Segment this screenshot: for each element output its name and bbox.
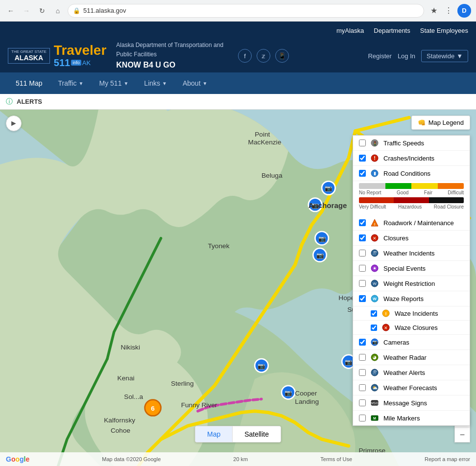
- mile-markers-label[interactable]: Mile Markers: [383, 415, 420, 422]
- message-signs-checkbox[interactable]: [359, 399, 366, 406]
- user-avatar[interactable]: D: [457, 4, 471, 18]
- nav-links[interactable]: Links ▼: [136, 72, 175, 94]
- weather-alerts-label[interactable]: Weather Alerts: [383, 369, 425, 376]
- alaska-badge-line2: ALASKA: [11, 54, 47, 62]
- road-bar-bottom: [359, 197, 464, 203]
- special-events-checkbox[interactable]: [359, 265, 366, 272]
- svg-text:MacKenzie: MacKenzie: [248, 139, 282, 146]
- roadwork-checkbox[interactable]: [359, 219, 366, 226]
- weather-forecasts-label[interactable]: Weather Forecasts: [383, 384, 437, 392]
- bar-hazardous: [394, 197, 428, 203]
- waze-closures-label[interactable]: Waze Closures: [395, 324, 438, 331]
- svg-text:⛅: ⛅: [372, 385, 378, 391]
- waze-reports-label[interactable]: Waze Reports: [383, 295, 424, 303]
- weather-forecasts-checkbox[interactable]: [359, 384, 366, 391]
- top-nav-state-employees[interactable]: State Employees: [420, 27, 468, 34]
- road-conditions-label[interactable]: Road Conditions: [383, 170, 430, 177]
- svg-text:Sterling: Sterling: [171, 380, 193, 387]
- nav-about-caret: ▼: [203, 81, 208, 86]
- road-bar-bottom-labels: Very Difficult Hazardous Road Closure: [359, 204, 464, 210]
- bookmark-button[interactable]: ★: [428, 5, 440, 17]
- map-type-satellite-button[interactable]: Satellite: [233, 426, 281, 442]
- weather-radar-label[interactable]: Weather Radar: [383, 354, 427, 361]
- address-bar[interactable]: 🔒 511.alaska.gov: [68, 4, 424, 18]
- road-condition-bar: No Report Good Fair Difficult Very Diffi…: [353, 181, 470, 215]
- traffic-speeds-checkbox[interactable]: [359, 140, 366, 146]
- traffic-speeds-label[interactable]: Traffic Speeds: [383, 140, 424, 147]
- register-button[interactable]: Register: [368, 52, 391, 60]
- forward-button[interactable]: →: [21, 5, 32, 17]
- waze-reports-checkbox[interactable]: [359, 295, 366, 302]
- alerts-bar: ⓘ ALERTS: [0, 94, 476, 110]
- agency-line2: Public Facilities: [116, 50, 157, 59]
- reload-button[interactable]: ↻: [36, 5, 48, 17]
- closures-checkbox[interactable]: [359, 234, 366, 241]
- home-button[interactable]: ⌂: [52, 5, 64, 17]
- ak-label: AK: [82, 59, 91, 67]
- browser-menu-button[interactable]: ⋮: [443, 5, 454, 17]
- info-badge: info: [71, 60, 81, 66]
- svg-text:Kalfornsky: Kalfornsky: [104, 417, 135, 424]
- svg-text:6: 6: [151, 405, 155, 412]
- logo-area: THE GREAT STATE ALASKA Traveler 511 info…: [8, 44, 106, 69]
- weather-radar-checkbox[interactable]: [359, 354, 366, 361]
- traveler-logo[interactable]: Traveler 511 info AK: [54, 44, 106, 69]
- road-conditions-checkbox[interactable]: [359, 170, 366, 177]
- svg-text:📷: 📷: [258, 362, 265, 370]
- closures-label[interactable]: Closures: [383, 234, 408, 242]
- cameras-label[interactable]: Cameras: [383, 339, 409, 346]
- mile-markers-checkbox[interactable]: [359, 415, 366, 421]
- waze-closures-checkbox[interactable]: [371, 325, 377, 331]
- map-background[interactable]: 📷 📷 📷 📷 📷 📷 📷 📷 📷 📷 ! !: [0, 110, 476, 466]
- map-legend-button[interactable]: 👊 Map Legend: [411, 116, 470, 130]
- nav-traffic[interactable]: Traffic ▼: [50, 72, 91, 94]
- nav-about[interactable]: About ▼: [175, 72, 215, 94]
- zoom-out-button[interactable]: −: [454, 427, 470, 443]
- weather-incidents-label[interactable]: Weather Incidents: [383, 250, 435, 257]
- cameras-checkbox[interactable]: [359, 339, 366, 346]
- waze-incidents-icon: !: [381, 308, 391, 318]
- mobile-icon[interactable]: 📱: [275, 49, 289, 63]
- weather-incidents-checkbox[interactable]: [359, 250, 366, 256]
- legend-item-special-events: ★ Special Events: [353, 261, 470, 276]
- weight-restriction-label[interactable]: Weight Restriction: [383, 280, 435, 287]
- legend-item-weather-alerts: ⛈ Weather Alerts: [353, 365, 470, 380]
- map-type-map-button[interactable]: Map: [195, 426, 233, 442]
- facebook-icon[interactable]: f: [238, 49, 252, 63]
- crashes-checkbox[interactable]: [359, 155, 366, 162]
- top-nav-bar: myAlaska Departments State Employees: [0, 22, 476, 39]
- legend-item-closures: ✕ Closures: [353, 231, 470, 246]
- lock-icon: 🔒: [73, 7, 80, 14]
- svg-text:Sol...a: Sol...a: [124, 393, 143, 400]
- message-signs-label[interactable]: Message Signs: [383, 399, 427, 407]
- browser-chrome: ← → ↻ ⌂ 🔒 511.alaska.gov ★ ⋮ D: [0, 0, 476, 22]
- roadwork-label[interactable]: Roadwork / Maintenance: [383, 219, 454, 227]
- waze-incidents-label[interactable]: Waze Incidents: [395, 310, 438, 317]
- svg-text:Nikiski: Nikiski: [120, 344, 140, 351]
- legend-item-traffic-speeds: 🚦 Traffic Speeds: [353, 136, 470, 151]
- nav-my511[interactable]: My 511 ▼: [92, 72, 137, 94]
- statewide-button[interactable]: Statewide ▼: [421, 50, 468, 62]
- special-events-label[interactable]: Special Events: [383, 265, 426, 272]
- back-button[interactable]: ←: [5, 5, 17, 17]
- waze-reports-icon: W: [370, 294, 380, 303]
- svg-text:Funny River: Funny River: [181, 401, 217, 409]
- know-text: KNOW B4 U GO: [116, 60, 175, 70]
- svg-text:!: !: [374, 222, 376, 227]
- crashes-label[interactable]: Crashes/Incidents: [383, 155, 434, 162]
- nav-511-map[interactable]: 511 Map: [8, 72, 50, 94]
- map-type-bar: Map Satellite: [195, 426, 281, 443]
- panel-toggle-button[interactable]: ►: [6, 116, 22, 131]
- weight-restriction-checkbox[interactable]: [359, 280, 366, 287]
- terms-of-use-link[interactable]: Terms of Use: [320, 456, 352, 462]
- top-nav-myalaska[interactable]: myAlaska: [336, 27, 364, 34]
- weather-alerts-checkbox[interactable]: [359, 369, 366, 376]
- legend-item-cameras: 📷 Cameras: [353, 335, 470, 350]
- login-button[interactable]: Log In: [398, 52, 415, 60]
- waze-incidents-checkbox[interactable]: [371, 310, 377, 317]
- bar-very-difficult: [359, 197, 394, 203]
- report-map-error-link[interactable]: Report a map error: [425, 456, 470, 462]
- twitter-icon[interactable]: 𝕫: [257, 49, 270, 63]
- traffic-speeds-icon: 🚦: [370, 138, 380, 148]
- top-nav-departments[interactable]: Departments: [374, 27, 410, 34]
